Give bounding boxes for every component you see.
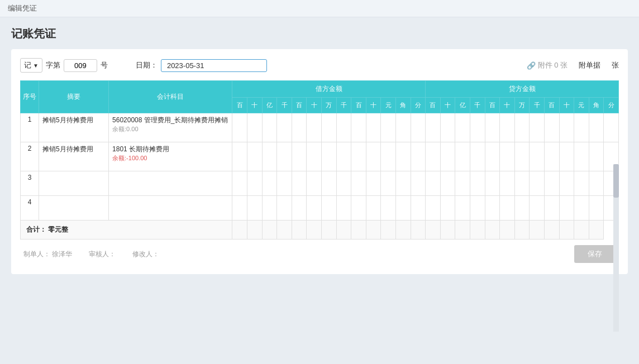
debit-digit-cell[interactable] — [307, 113, 322, 142]
credit-digit-cell[interactable] — [500, 171, 515, 196]
row-subject[interactable] — [109, 171, 232, 196]
credit-digit-cell[interactable] — [470, 113, 485, 142]
single-link[interactable]: 附单据 — [579, 60, 600, 70]
credit-digit-cell[interactable] — [470, 171, 485, 196]
save-button[interactable]: 保存 — [574, 245, 616, 263]
row-subject[interactable] — [109, 196, 232, 221]
scrollbar[interactable] — [613, 164, 619, 332]
debit-digit-cell[interactable] — [381, 196, 396, 221]
voucher-number-input[interactable] — [64, 59, 97, 72]
debit-digit-cell[interactable] — [277, 196, 292, 221]
debit-digit-cell[interactable] — [366, 196, 381, 221]
debit-digit-cell[interactable] — [262, 171, 277, 196]
debit-digit-cell[interactable] — [411, 196, 426, 221]
row-summary[interactable] — [39, 196, 109, 221]
credit-digit-cell[interactable] — [544, 171, 559, 196]
credit-digit-cell[interactable] — [559, 142, 574, 171]
debit-digit-cell[interactable] — [411, 142, 426, 171]
debit-digit-cell[interactable] — [322, 142, 337, 171]
date-input[interactable] — [161, 59, 267, 72]
credit-digit-cell[interactable] — [574, 142, 589, 171]
debit-digit-cell[interactable] — [247, 171, 263, 196]
debit-digit-cell[interactable] — [262, 113, 277, 142]
credit-digit-cell[interactable] — [470, 196, 485, 221]
debit-digit-cell[interactable] — [307, 196, 322, 221]
debit-digit-cell[interactable] — [232, 142, 247, 171]
credit-digit-cell[interactable] — [589, 113, 604, 142]
debit-digit-cell[interactable] — [292, 196, 307, 221]
credit-digit-cell[interactable] — [514, 196, 530, 221]
credit-digit-cell[interactable] — [485, 142, 500, 171]
debit-digit-cell[interactable] — [247, 142, 263, 171]
debit-digit-cell[interactable] — [322, 113, 337, 142]
debit-digit-cell[interactable] — [395, 142, 411, 171]
debit-digit-cell[interactable] — [395, 196, 411, 221]
debit-digit-cell[interactable] — [381, 171, 396, 196]
debit-digit-cell[interactable] — [366, 171, 381, 196]
credit-digit-cell[interactable] — [500, 142, 515, 171]
credit-digit-cell[interactable] — [589, 196, 604, 221]
debit-digit-cell[interactable] — [366, 142, 381, 171]
credit-digit-cell[interactable] — [455, 142, 470, 171]
credit-digit-cell[interactable] — [589, 142, 604, 171]
credit-digit-cell[interactable] — [514, 142, 530, 171]
debit-digit-cell[interactable] — [336, 113, 351, 142]
debit-digit-cell[interactable] — [351, 142, 366, 171]
credit-digit-cell[interactable] — [530, 171, 545, 196]
credit-digit-cell[interactable] — [514, 171, 530, 196]
credit-digit-cell[interactable] — [574, 171, 589, 196]
row-summary[interactable] — [39, 171, 109, 196]
debit-digit-cell[interactable] — [277, 171, 292, 196]
debit-digit-cell[interactable] — [247, 196, 263, 221]
debit-digit-cell[interactable] — [336, 171, 351, 196]
credit-digit-cell[interactable] — [544, 142, 559, 171]
debit-digit-cell[interactable] — [247, 113, 263, 142]
credit-digit-cell[interactable] — [485, 171, 500, 196]
debit-digit-cell[interactable] — [395, 113, 411, 142]
attachment-link[interactable]: 🔗 附件 0 张 — [527, 60, 568, 70]
debit-digit-cell[interactable] — [351, 113, 366, 142]
debit-digit-cell[interactable] — [336, 142, 351, 171]
scrollbar-thumb[interactable] — [613, 164, 619, 198]
credit-digit-cell[interactable] — [440, 171, 455, 196]
debit-digit-cell[interactable] — [411, 113, 426, 142]
debit-digit-cell[interactable] — [262, 196, 277, 221]
debit-digit-cell[interactable] — [232, 171, 247, 196]
debit-digit-cell[interactable] — [232, 196, 247, 221]
credit-digit-cell[interactable] — [485, 196, 500, 221]
debit-digit-cell[interactable] — [292, 142, 307, 171]
credit-digit-cell[interactable] — [559, 196, 574, 221]
credit-digit-cell[interactable] — [589, 171, 604, 196]
table-row[interactable]: 4 — [21, 196, 619, 221]
credit-digit-cell[interactable] — [604, 113, 619, 142]
credit-digit-cell[interactable] — [440, 142, 455, 171]
credit-digit-cell[interactable] — [455, 196, 470, 221]
debit-digit-cell[interactable] — [351, 171, 366, 196]
debit-digit-cell[interactable] — [292, 113, 307, 142]
credit-digit-cell[interactable] — [500, 196, 515, 221]
debit-digit-cell[interactable] — [232, 113, 247, 142]
debit-digit-cell[interactable] — [381, 113, 396, 142]
debit-digit-cell[interactable] — [322, 196, 337, 221]
credit-digit-cell[interactable] — [440, 113, 455, 142]
debit-digit-cell[interactable] — [307, 171, 322, 196]
credit-digit-cell[interactable] — [485, 113, 500, 142]
credit-digit-cell[interactable] — [426, 171, 441, 196]
type-select[interactable]: 记 ▼ — [20, 58, 42, 73]
credit-digit-cell[interactable] — [559, 171, 574, 196]
credit-digit-cell[interactable] — [500, 113, 515, 142]
debit-digit-cell[interactable] — [262, 142, 277, 171]
credit-digit-cell[interactable] — [455, 171, 470, 196]
table-row[interactable]: 2摊销5月待摊费用1801 长期待摊费用余额:-100.00 — [21, 142, 619, 171]
row-summary[interactable]: 摊销5月待摊费用 — [39, 142, 109, 171]
row-subject[interactable]: 56020008 管理费用_长期待摊费用摊销余额:0.00 — [109, 113, 232, 142]
credit-digit-cell[interactable] — [544, 113, 559, 142]
debit-digit-cell[interactable] — [351, 196, 366, 221]
debit-digit-cell[interactable] — [336, 196, 351, 221]
debit-digit-cell[interactable] — [411, 171, 426, 196]
row-subject[interactable]: 1801 长期待摊费用余额:-100.00 — [109, 142, 232, 171]
credit-digit-cell[interactable] — [530, 113, 545, 142]
debit-digit-cell[interactable] — [307, 142, 322, 171]
credit-digit-cell[interactable] — [426, 196, 441, 221]
credit-digit-cell[interactable] — [455, 113, 470, 142]
